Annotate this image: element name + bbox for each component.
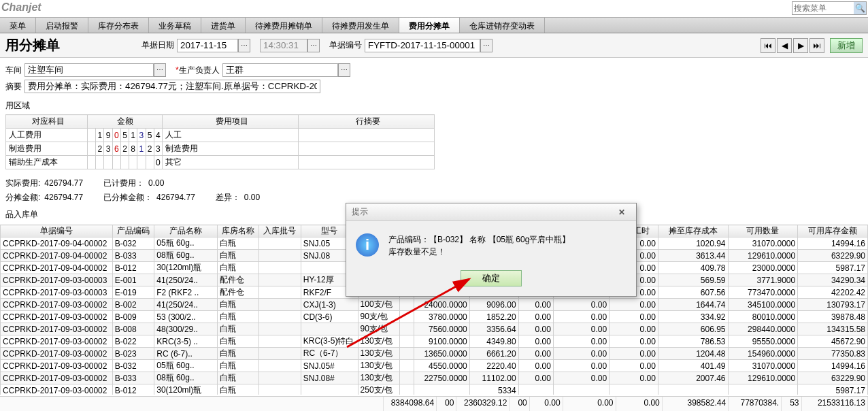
time-input	[260, 39, 307, 52]
tab-bar: 菜单启动报警库存分布表业务草稿进货单待摊费用摊销单待摊费用发生单费用分摊单仓库进…	[0, 17, 868, 33]
value-diff: 0.00	[244, 193, 260, 202]
footer-cell: 53	[782, 397, 801, 411]
label-already-share: 已分摊金额：	[103, 193, 152, 202]
tab-8[interactable]: 仓库进销存变动表	[460, 18, 545, 33]
label-diff: 差异：	[216, 193, 240, 202]
logo: Chanjet	[1, 1, 41, 14]
tab-5[interactable]: 待摊费用摊销单	[246, 18, 322, 33]
tab-7[interactable]: 费用分摊单	[399, 18, 460, 33]
tab-4[interactable]: 进货单	[201, 18, 246, 33]
footer-cell: 8384098.64	[384, 397, 437, 411]
dialog-line2: 库存数量不足！	[388, 246, 570, 258]
label-date: 单据日期	[141, 39, 174, 51]
nav-first-button[interactable]: ⏮	[761, 38, 775, 53]
workshop-picker-button[interactable]: ⋯	[154, 63, 166, 77]
footer-cell: 398582.44	[663, 397, 729, 411]
table-row[interactable]: CCPRKD-2017-09-03-00002B-03205瓶 60g..白瓶S…	[1, 360, 868, 372]
footer-cell: 21533116.13	[802, 397, 868, 411]
label-person: 生产负责人	[179, 65, 220, 76]
footer-cell: 0.00	[563, 397, 616, 411]
tab-1[interactable]: 启动报警	[36, 18, 88, 33]
info-icon: i	[356, 233, 379, 257]
footer-totals: 8384098.64002360329.12000.000.000.003985…	[0, 396, 868, 411]
tab-2[interactable]: 库存分布表	[88, 18, 149, 33]
section-fee-area: 用区域	[5, 100, 863, 112]
fee-row[interactable]: 人工费用19051354人工	[6, 129, 435, 142]
footer-cell: 77870384.	[729, 397, 782, 411]
nav-next-button[interactable]: ▶	[793, 38, 808, 53]
title-bar: 用分摊单 单据日期 ⋯ ⋯ 单据编号 ⋯ ⏮ ◀ ▶ ⏭ 新增	[0, 33, 868, 58]
nav-last-button[interactable]: ⏭	[809, 38, 824, 53]
fee-row[interactable]: 制造费用23628123制造费用	[6, 142, 435, 156]
footer-cell	[0, 397, 384, 411]
table-row[interactable]: CCPRKD-2017-09-03-00002B-01230(120ml)瓶白瓶…	[1, 384, 868, 395]
footer-cell: 0.00	[530, 397, 563, 411]
tab-6[interactable]: 待摊费用发生单	[322, 18, 399, 33]
dialog-close-button[interactable]: ✕	[613, 208, 631, 217]
footer-cell: 2360329.12	[456, 397, 510, 411]
tab-3[interactable]: 业务草稿	[149, 18, 201, 33]
footer-cell: 00	[437, 397, 456, 411]
message-dialog: 提示 ✕ i 产品编码：【B-032】 名称 【05瓶 60g平肩中瓶】 库存数…	[346, 203, 637, 297]
workshop-input[interactable]	[24, 63, 154, 77]
value-share-amt: 426794.77	[44, 193, 83, 202]
label-real-fee: 实际费用:	[5, 178, 40, 188]
label-summary: 摘要	[5, 81, 22, 93]
value-done-fee: 0.00	[148, 178, 164, 188]
tab-0[interactable]: 菜单	[0, 18, 36, 33]
page-title: 用分摊单	[5, 36, 60, 54]
table-row[interactable]: CCPRKD-2017-09-03-00002B-00241(250/24..白…	[1, 299, 868, 311]
label-workshop: 车间	[5, 65, 22, 76]
fee-row[interactable]: 辅助生产成本0其它	[6, 156, 435, 169]
dialog-line1: 产品编码：【B-032】 名称 【05瓶 60g平肩中瓶】	[388, 233, 570, 246]
footer-cell: 0.00	[616, 397, 663, 411]
person-input[interactable]	[222, 63, 338, 77]
search-input[interactable]	[792, 2, 854, 14]
dialog-title: 提示	[352, 206, 368, 218]
table-row[interactable]: CCPRKD-2017-09-03-00002B-00848(300/29..白…	[1, 323, 868, 335]
label-done-fee: 已计费用：	[103, 178, 144, 188]
label-code: 单据编号	[329, 39, 362, 51]
time-button[interactable]: ⋯	[307, 39, 320, 52]
nav-prev-button[interactable]: ◀	[777, 38, 792, 53]
table-row[interactable]: CCPRKD-2017-09-03-00002B-022KRC(3-5) ..白…	[1, 335, 868, 348]
search-box[interactable]: 🔍	[792, 1, 867, 15]
value-already-share: 426794.77	[156, 193, 195, 202]
code-input[interactable]	[365, 39, 480, 52]
new-button[interactable]: 新增	[830, 38, 863, 53]
fee-table: 对应科目金额费用项目行摘要人工费用19051354人工制造费用23628123制…	[5, 114, 435, 169]
date-picker-button[interactable]: ⋯	[238, 39, 250, 52]
footer-cell: 00	[510, 397, 529, 411]
code-picker-button[interactable]: ⋯	[480, 39, 493, 52]
table-row[interactable]: CCPRKD-2017-09-03-00002B-00953 (300/2..白…	[1, 311, 868, 323]
date-input[interactable]	[177, 39, 238, 52]
label-share-amt: 分摊金额:	[5, 193, 40, 202]
table-row[interactable]: CCPRKD-2017-09-03-00002B-023RC (6-7)..白瓶…	[1, 348, 868, 360]
table-row[interactable]: CCPRKD-2017-09-03-00002B-03308瓶 60g..白瓶S…	[1, 372, 868, 384]
value-real-fee: 426794.77	[44, 178, 83, 188]
summary-input[interactable]	[24, 80, 320, 93]
search-icon[interactable]: 🔍	[854, 2, 866, 14]
ok-button[interactable]: 确定	[461, 270, 522, 286]
person-picker-button[interactable]: ⋯	[338, 63, 350, 77]
